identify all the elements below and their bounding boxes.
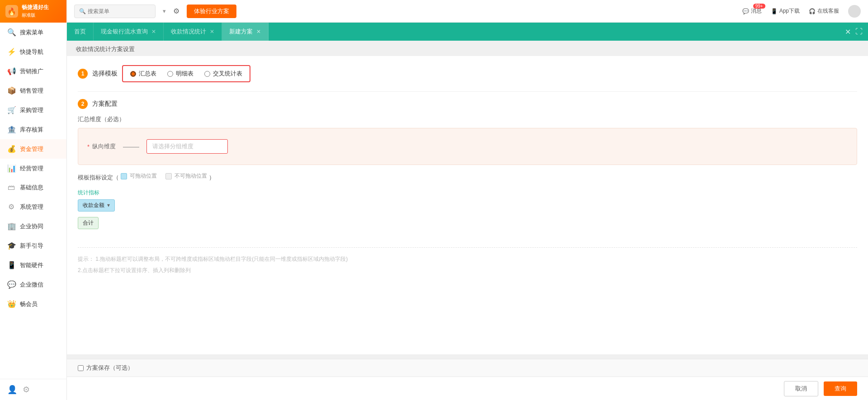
dimension-row: * 纵向维度 —— 请选择分组维度 [87, 139, 848, 154]
template-options: 汇总表 明细表 交叉统计表 [122, 65, 250, 82]
save-option-label[interactable]: 方案保存（可选） [78, 364, 133, 372]
indicator-subtag-total[interactable]: 合计 [78, 217, 99, 229]
sidebar-item-new-guide[interactable]: 🎓 新手引导 [0, 236, 66, 255]
tab-minimize-icon[interactable]: ✕ [845, 28, 851, 36]
operations-icon: 📊 [7, 164, 15, 173]
sidebar-item-marketing[interactable]: 📢 营销推广 [0, 61, 66, 81]
sidebar-settings-icon[interactable]: ⚙ [23, 385, 30, 395]
settings-gear-icon[interactable]: ⚙ [173, 7, 179, 15]
dimension-select-placeholder: 请选择分组维度 [152, 142, 193, 151]
sidebar-item-system[interactable]: ⚙ 系统管理 [0, 197, 66, 216]
message-icon: 💬 [742, 8, 749, 14]
step1-title: 选择模板 [92, 70, 118, 78]
tab-home[interactable]: 首页 [67, 23, 94, 41]
search-input[interactable] [88, 8, 151, 14]
menu-dropdown-icon[interactable]: ▾ [163, 8, 166, 14]
step2-number: 2 [78, 99, 88, 109]
action-bar: 取消 查询 [67, 376, 868, 400]
draggable-legend-box [121, 173, 127, 179]
step1-header: 1 选择模板 汇总表 明细表 交叉统计表 [78, 65, 857, 82]
flash-icon: ⚡ [7, 47, 15, 56]
download-icon: 📱 [771, 8, 778, 14]
sidebar-user-icon[interactable]: 👤 [7, 385, 17, 395]
radio-mingxi[interactable] [167, 71, 173, 77]
content-area: 收款情况统计方案设置 1 选择模板 汇总表 明细表 [67, 41, 868, 376]
tag-dropdown-icon: ▾ [107, 202, 110, 208]
inventory-icon: 🏦 [7, 125, 15, 134]
messages-item[interactable]: 💬 消息 99+ [742, 7, 762, 15]
sidebar-bottom: 👤 ⚙ [0, 379, 66, 400]
template-option-cross[interactable]: 交叉统计表 [204, 70, 242, 78]
tab-new-plan[interactable]: 新建方案 ✕ [222, 23, 269, 41]
tip-line-2: 2.点击标题栏下拉可设置排序、插入列和删除列 [78, 266, 857, 275]
arrow-icon: —— [123, 142, 139, 151]
sidebar: 🔥 畅捷通好生 标准版 🔍 搜索菜单 ⚡ 快捷导航 📢 营销推广 📦 销售管理 … [0, 0, 67, 400]
tab-close-collections[interactable]: ✕ [210, 28, 214, 35]
fixed-legend: 不可拖动位置 [165, 172, 207, 180]
dimension-select-dropdown[interactable]: 请选择分组维度 [146, 139, 228, 154]
sidebar-item-enterprise-coop[interactable]: 🏢 企业协同 [0, 216, 66, 236]
app-logo: 🔥 畅捷通好生 标准版 [0, 0, 66, 23]
step2-title: 方案配置 [92, 100, 118, 108]
search-icon: 🔍 [7, 28, 15, 37]
tip-label-1: 提示： 1.拖动标题栏可以调整布局，不可跨维度或指标区域拖动栏目字段(只能在同一… [78, 256, 348, 262]
sidebar-item-enterprise-wechat[interactable]: 💬 企业微信 [0, 275, 66, 294]
step2-header: 2 方案配置 [78, 99, 857, 109]
template-option-mingxi[interactable]: 明细表 [167, 70, 193, 78]
sidebar-item-quick-nav[interactable]: ⚡ 快捷导航 [0, 42, 66, 61]
indicator-subtags: 合计 [78, 217, 857, 229]
tab-cash-bank[interactable]: 现金银行流水查询 ✕ [94, 23, 164, 41]
sidebar-item-basic-info[interactable]: 🗃 基础信息 [0, 178, 66, 197]
cancel-button[interactable]: 取消 [784, 381, 818, 396]
save-option-checkbox[interactable] [78, 365, 84, 371]
radio-cross[interactable] [204, 71, 210, 77]
tips-section: 提示： 1.拖动标题栏可以调整布局，不可跨维度或指标区域拖动栏目字段(只能在同一… [78, 247, 857, 275]
page-title: 收款情况统计方案设置 [76, 46, 135, 52]
indicators-header: 模板指标设定（ 可拖动位置 不可拖动位置 ） [78, 172, 857, 182]
dimension-required-label: 汇总维度（必选） [78, 115, 857, 123]
app-download-item[interactable]: 📱 App下载 [771, 7, 800, 15]
indicator-tag-payment[interactable]: 收款金额 ▾ [78, 199, 115, 212]
tip-line-1: 提示： 1.拖动标题栏可以调整布局，不可跨维度或指标区域拖动栏目字段(只能在同一… [78, 255, 857, 264]
tab-close-cash-bank[interactable]: ✕ [151, 28, 156, 35]
tab-collections[interactable]: 收款情况统计 ✕ [164, 23, 222, 41]
sidebar-item-finance[interactable]: 💰 资金管理 [0, 139, 66, 159]
sidebar-item-members[interactable]: 👑 畅会员 [0, 294, 66, 314]
content-footer: 方案保存（可选） [67, 359, 868, 376]
query-button[interactable]: 查询 [824, 381, 857, 396]
support-icon: 🎧 [809, 8, 816, 14]
tab-maximize-icon[interactable]: ⛶ [855, 28, 863, 36]
indicators-section: 模板指标设定（ 可拖动位置 不可拖动位置 ） [78, 172, 857, 238]
sidebar-item-operations[interactable]: 📊 经营管理 [0, 159, 66, 178]
tab-close-new-plan[interactable]: ✕ [256, 28, 261, 35]
user-avatar[interactable] [848, 5, 861, 18]
sidebar-item-purchase[interactable]: 🛒 采购管理 [0, 100, 66, 120]
sidebar-item-inventory[interactable]: 🏦 库存核算 [0, 120, 66, 139]
system-icon: ⚙ [7, 202, 15, 211]
wechat-icon: 💬 [7, 280, 15, 289]
indicator-tags: 收款金额 ▾ [78, 199, 857, 212]
indicators-section-label: 模板指标设定（ 可拖动位置 不可拖动位置 ） [78, 172, 215, 182]
search-box[interactable]: 🔍 [74, 5, 156, 18]
dimension-config: 汇总维度（必选） * 纵向维度 —— 请选择分组维度 [78, 115, 857, 165]
fixed-legend-box [165, 173, 172, 179]
sidebar-item-smart-hardware[interactable]: 📱 智能硬件 [0, 255, 66, 275]
radio-huizong[interactable] [130, 71, 136, 77]
guide-icon: 🎓 [7, 241, 15, 250]
finance-icon: 💰 [7, 145, 15, 153]
indicator-category-label: 统计指标 [78, 189, 857, 197]
tip-label-2: 2.点击标题栏下拉可设置排序、插入列和删除列 [78, 267, 191, 273]
basic-info-icon: 🗃 [7, 184, 15, 192]
topbar: 🔍 ▾ ⚙ 体验行业方案 💬 消息 99+ 📱 App下载 🎧 在线客服 [67, 0, 868, 23]
support-item[interactable]: 🎧 在线客服 [809, 7, 839, 15]
purchase-icon: 🛒 [7, 106, 15, 114]
template-option-huizong[interactable]: 汇总表 [130, 70, 156, 78]
trial-industry-button[interactable]: 体验行业方案 [187, 5, 236, 18]
draggable-legend: 可拖动位置 [121, 172, 157, 180]
sidebar-item-search[interactable]: 🔍 搜索菜单 [0, 23, 66, 42]
sidebar-item-sales[interactable]: 📦 销售管理 [0, 81, 66, 100]
vertical-dimension-label: * 纵向维度 [87, 142, 116, 151]
tabbar-actions: ✕ ⛶ [840, 23, 868, 41]
indicators-area: 统计指标 收款金额 ▾ 合计 [78, 185, 857, 238]
app-name: 畅捷通好生 [22, 4, 49, 11]
